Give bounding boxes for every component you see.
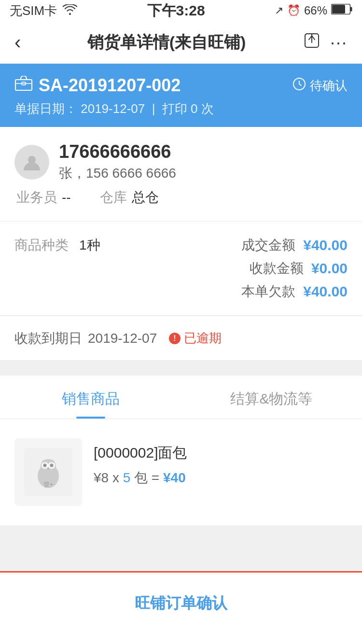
page-title: 销货单详情(来自旺铺) <box>43 31 290 54</box>
product-qty: 5 <box>123 470 131 485</box>
product-price-row: ¥8 x 5 包 = ¥40 <box>94 469 348 487</box>
customer-phone: 17666666666 <box>59 141 176 162</box>
status-right: ↗ ⏰ 66% <box>275 4 352 17</box>
order-status: 待确认 <box>292 77 348 94</box>
share-icon[interactable] <box>303 32 320 53</box>
svg-point-18 <box>51 464 53 466</box>
product-thumbnail: 管+ <box>14 438 82 506</box>
section-divider-1 <box>0 360 362 368</box>
tab-settlement-label: 结算&物流等 <box>230 391 312 406</box>
type-value: 1种 <box>79 236 100 254</box>
product-name: [0000002]面包 <box>94 443 348 463</box>
confirm-order-button[interactable]: 旺铺订单确认 <box>14 582 348 625</box>
svg-text:!: ! <box>174 334 176 342</box>
received-label: 收款金额 <box>250 259 304 278</box>
battery-text: 66% <box>304 4 327 17</box>
type-label: 商品种类 <box>14 236 69 254</box>
unit-text: 包 <box>134 470 148 485</box>
more-icon[interactable]: ··· <box>330 32 348 53</box>
due-date: 2019-12-07 <box>88 331 157 346</box>
received-value: ¥0.00 <box>311 260 348 277</box>
order-header-banner: SA-20191207-002 待确认 单据日期： 2019-12-07 | 打… <box>0 64 362 127</box>
tab-settlement[interactable]: 结算&物流等 <box>181 376 362 419</box>
due-date-section: 收款到期日 2019-12-07 ! 已逾期 <box>0 316 362 360</box>
warehouse-value: 总仓 <box>132 188 159 207</box>
debt-label: 本单欠款 <box>241 282 295 301</box>
status-bar: 无SIM卡 下午3:28 ↗ ⏰ 66% <box>0 0 362 21</box>
equals-sign: = <box>152 470 163 485</box>
customer-avatar <box>14 145 49 180</box>
product-item: 管+ [0000002]面包 ¥8 x 5 包 = ¥40 <box>14 429 348 516</box>
customer-section: 17666666666 张，156 6666 6666 业务员 -- 仓库 总仓 <box>0 127 362 221</box>
sales-info: 业务员 -- <box>16 188 71 207</box>
clock-icon <box>292 77 306 94</box>
tab-sales-products[interactable]: 销售商品 <box>0 376 181 419</box>
tabs-section: 销售商品 结算&物流等 <box>0 376 362 525</box>
back-button[interactable]: ‹ <box>14 31 43 53</box>
amount-summary: 成交金额 ¥40.00 收款金额 ¥0.00 本单欠款 ¥40.00 <box>241 236 348 301</box>
tabs-header: 销售商品 结算&物流等 <box>0 376 362 419</box>
warehouse-info: 仓库 总仓 <box>100 188 159 207</box>
svg-point-17 <box>44 464 46 466</box>
product-list: 管+ [0000002]面包 ¥8 x 5 包 = ¥40 <box>0 419 362 525</box>
order-id-text: SA-20191207-002 <box>39 75 181 96</box>
unit-price: ¥8 <box>94 470 109 485</box>
wifi-icon <box>63 3 77 18</box>
debt-value: ¥40.00 <box>303 283 348 300</box>
amount-label: 成交金额 <box>241 236 295 254</box>
customer-name: 张，156 6666 6666 <box>59 164 176 182</box>
summary-section: 商品种类 1种 成交金额 ¥40.00 收款金额 ¥0.00 本单欠款 ¥40.… <box>0 222 362 315</box>
bottom-bar: 旺铺订单确认 <box>0 571 362 644</box>
carrier-text: 无SIM卡 <box>10 2 57 19</box>
sales-value: -- <box>62 190 71 205</box>
svg-text:管+: 管+ <box>43 481 54 488</box>
status-left: 无SIM卡 <box>10 2 77 19</box>
overdue-badge: ! 已逾期 <box>163 328 227 349</box>
nav-right-icons: ··· <box>290 32 348 53</box>
location-icon: ↗ <box>275 4 283 17</box>
svg-rect-2 <box>332 5 345 14</box>
order-box-icon <box>14 76 33 95</box>
nav-bar: ‹ 销货单详情(来自旺铺) ··· <box>0 21 362 64</box>
customer-info: 17666666666 张，156 6666 6666 <box>59 141 176 182</box>
order-date-row: 单据日期： 2019-12-07 | 打印 0 次 <box>14 100 348 117</box>
amount-value: ¥40.00 <box>303 237 348 253</box>
product-info: [0000002]面包 ¥8 x 5 包 = ¥40 <box>94 438 348 487</box>
order-id: SA-20191207-002 <box>14 75 181 96</box>
product-total: ¥40 <box>163 470 186 485</box>
due-label: 收款到期日 <box>14 329 82 348</box>
battery-icon <box>331 4 352 17</box>
product-type-info: 商品种类 1种 <box>14 236 241 254</box>
sales-label: 业务员 <box>16 188 57 207</box>
alarm-icon: ⏰ <box>287 4 300 17</box>
status-time: 下午3:28 <box>147 1 205 21</box>
overdue-text: 已逾期 <box>184 330 222 347</box>
status-text: 待确认 <box>310 77 348 94</box>
warehouse-label: 仓库 <box>100 188 127 207</box>
tab-sales-label: 销售商品 <box>62 391 120 406</box>
svg-rect-1 <box>350 7 352 12</box>
multiply-sign: x <box>112 470 123 485</box>
